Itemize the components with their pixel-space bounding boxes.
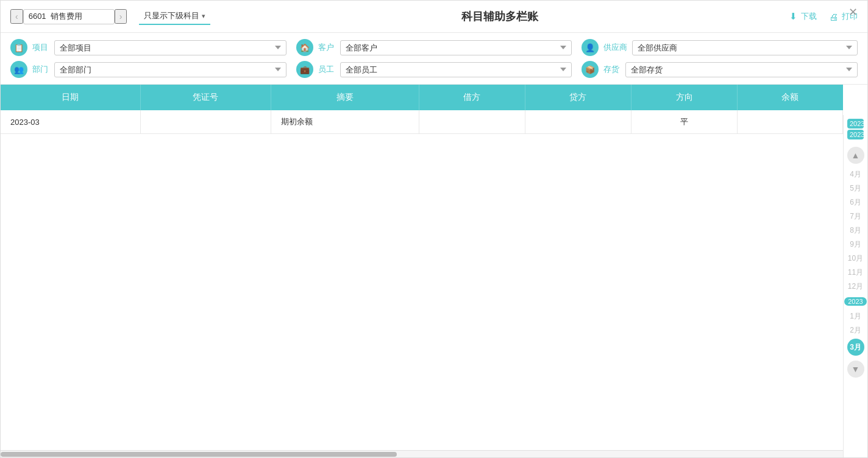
timeline-month-4[interactable]: 4月 — [844, 167, 867, 181]
col-direction: 方向 — [631, 85, 737, 110]
customer-icon: 🏠 — [296, 39, 313, 56]
chevron-up-icon: ▲ — [852, 150, 860, 160]
cell-voucher — [140, 110, 271, 134]
cell-summary: 期初余额 — [271, 110, 419, 134]
prev-account-button[interactable]: ‹ — [10, 9, 23, 24]
timeline-scroll-up[interactable]: ▲ — [847, 147, 864, 164]
timeline-month-1[interactable]: 1月 — [844, 309, 867, 323]
timeline-month-7[interactable]: 7月 — [844, 210, 867, 224]
project-select[interactable]: 全部项目 — [54, 40, 286, 55]
employee-icon: 💼 — [296, 61, 313, 78]
download-icon: ⬇ — [789, 11, 797, 22]
download-button[interactable]: ⬇ 下载 — [789, 11, 817, 22]
chevron-down-icon: ▾ — [202, 12, 205, 20]
filter-area: 📋 项目 全部项目 🏠 客户 全部客户 👤 供应商 全部供应商 👥 部门 全 — [1, 33, 867, 85]
table-header-row: 日期 凭证号 摘要 借方 贷方 方向 余额 — [1, 85, 843, 110]
department-label: 部门 — [32, 64, 49, 75]
cell-direction: 平 — [631, 110, 737, 134]
account-code-input[interactable] — [23, 9, 115, 24]
col-balance: 余额 — [738, 85, 843, 110]
filter-project-row: 📋 项目 全部项目 — [10, 39, 286, 56]
timeline-year-badge[interactable]: 2023 — [844, 297, 866, 306]
customer-select[interactable]: 全部客户 — [340, 40, 572, 55]
supplier-select[interactable]: 全部供应商 — [632, 40, 858, 55]
employee-label: 员工 — [318, 64, 335, 75]
timeline-month-6[interactable]: 6月 — [844, 196, 867, 210]
timeline-month-3-active[interactable]: 3月 — [847, 339, 864, 356]
timeline-month-5[interactable]: 5月 — [844, 181, 867, 196]
col-debit: 借方 — [419, 85, 525, 110]
col-date: 日期 — [1, 85, 140, 110]
table-container: 日期 凭证号 摘要 借方 贷方 方向 余额 2023-03 期初余额 — [1, 85, 843, 450]
scrollbar-thumb[interactable] — [1, 452, 397, 457]
timeline-month-12[interactable]: 12月 — [844, 280, 867, 294]
timeline-month-9[interactable]: 9月 — [844, 238, 867, 252]
customer-label: 客户 — [318, 42, 335, 53]
timeline-scroll-down[interactable]: ▼ — [847, 361, 864, 378]
timeline-panel: 2023.03 2023.03 ▲ 4月 5月 6月 7月 8月 9月 10月 … — [843, 115, 867, 457]
download-label: 下载 — [801, 11, 817, 22]
timeline-months: 4月 5月 6月 7月 8月 9月 10月 11月 12月 2023 1月 2月… — [844, 167, 867, 357]
print-icon: 🖨 — [829, 12, 838, 22]
col-summary: 摘要 — [271, 85, 419, 110]
timeline-month-10[interactable]: 10月 — [844, 252, 867, 266]
project-icon: 📋 — [10, 39, 27, 56]
top-bar: ‹ › 只显示下级科目 ▾ 科目辅助多栏账 ⬇ 下载 🖨 打印 ✕ — [1, 1, 867, 33]
timeline-month-2[interactable]: 2月 — [844, 323, 867, 337]
horizontal-scrollbar[interactable] — [1, 450, 843, 457]
project-label: 项目 — [32, 42, 49, 53]
supplier-icon: 👤 — [582, 39, 599, 56]
employee-select[interactable]: 全部员工 — [340, 62, 572, 77]
chevron-down-icon: ▼ — [852, 364, 860, 374]
cell-credit — [525, 110, 631, 134]
show-sub-label: 只显示下级科目 — [144, 10, 199, 21]
inventory-label: 存货 — [603, 64, 621, 75]
next-account-button[interactable]: › — [115, 9, 127, 24]
supplier-label: 供应商 — [603, 42, 627, 53]
toolbar-actions: ⬇ 下载 🖨 打印 — [789, 11, 858, 22]
filter-department-row: 👥 部门 全部部门 — [10, 61, 286, 78]
col-credit: 贷方 — [525, 85, 631, 110]
table-row[interactable]: 2023-03 期初余额 平 — [1, 110, 843, 134]
data-table: 日期 凭证号 摘要 借方 贷方 方向 余额 2023-03 期初余额 — [1, 85, 843, 134]
inventory-icon: 📦 — [582, 61, 599, 78]
timeline-month-8[interactable]: 8月 — [844, 224, 867, 238]
filter-supplier-row: 👤 供应商 全部供应商 — [582, 39, 858, 56]
cell-date: 2023-03 — [1, 110, 140, 134]
department-select[interactable]: 全部部门 — [54, 62, 286, 77]
cell-balance — [738, 110, 843, 134]
filter-customer-row: 🏠 客户 全部客户 — [296, 39, 572, 56]
col-voucher: 凭证号 — [140, 85, 271, 110]
timeline-range-end[interactable]: 2023.03 — [847, 130, 864, 139]
inventory-select[interactable]: 全部存货 — [625, 62, 858, 77]
cell-debit — [419, 110, 525, 134]
department-icon: 👥 — [10, 61, 27, 78]
filter-employee-row: 💼 员工 全部员工 — [296, 61, 572, 78]
show-sub-dropdown[interactable]: 只显示下级科目 ▾ — [139, 8, 210, 25]
timeline-range-start[interactable]: 2023.03 — [847, 119, 864, 129]
main-window: ‹ › 只显示下级科目 ▾ 科目辅助多栏账 ⬇ 下载 🖨 打印 ✕ 📋 项目 全… — [0, 0, 868, 458]
page-title: 科目辅助多栏账 — [210, 9, 789, 24]
timeline-month-11[interactable]: 11月 — [844, 266, 867, 280]
filter-inventory-row: 📦 存货 全部存货 — [582, 61, 858, 78]
close-button[interactable]: ✕ — [848, 7, 858, 18]
